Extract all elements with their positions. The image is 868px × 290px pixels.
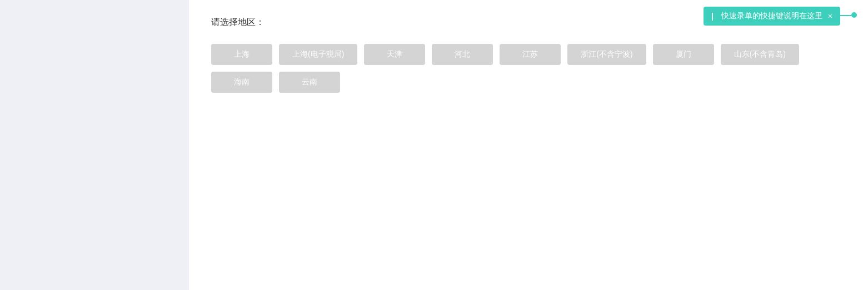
region-button-hainan[interactable]: 海南 [211,72,272,93]
region-button-zhejiang[interactable]: 浙江(不含宁波) [567,44,646,65]
tooltip-close-button[interactable]: × [828,12,832,21]
region-button-shanghai[interactable]: 上海 [211,44,272,65]
region-button-tianjin[interactable]: 天津 [364,44,425,65]
region-button-shandong[interactable]: 山东(不含青岛) [721,44,799,65]
tooltip-banner: 快速录单的快捷键说明在这里 × [704,7,840,26]
tooltip-connector-dot [851,12,857,18]
main-content: 请选择地区： 上海上海(电子税局)天津河北江苏浙江(不含宁波)厦门山东(不含青岛… [189,0,868,290]
tooltip-connector-line [840,15,851,16]
region-button-yunnan[interactable]: 云南 [279,72,340,93]
region-button-hebei[interactable]: 河北 [432,44,493,65]
region-button-group: 上海上海(电子税局)天津河北江苏浙江(不含宁波)厦门山东(不含青岛)海南云南 [211,44,846,93]
left-sidebar [0,0,189,290]
region-button-xiamen[interactable]: 厦门 [653,44,714,65]
region-button-jiangsu[interactable]: 江苏 [500,44,561,65]
region-button-shanghai-etax[interactable]: 上海(电子税局) [279,44,357,65]
tooltip-text: 快速录单的快捷键说明在这里 [721,11,822,21]
